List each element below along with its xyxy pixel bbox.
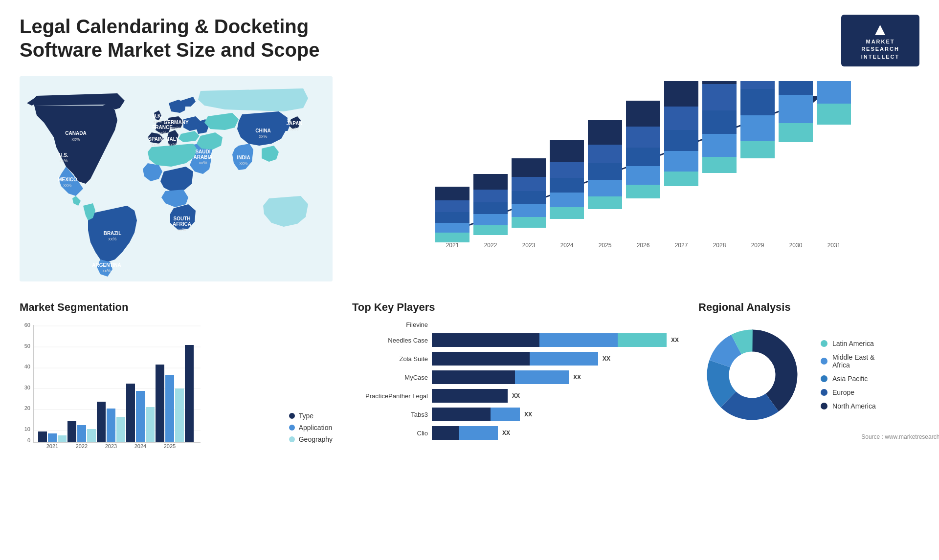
reg-legend-asia-pacific: Asia Pacific xyxy=(821,375,876,383)
svg-text:2026: 2026 xyxy=(637,242,650,249)
reg-legend-middle-east: Middle East &Africa xyxy=(821,353,876,369)
svg-rect-132 xyxy=(77,425,86,442)
bar-seg-dark xyxy=(432,408,491,421)
svg-text:INDIA: INDIA xyxy=(237,155,250,160)
svg-rect-50 xyxy=(512,217,546,228)
svg-text:2028: 2028 xyxy=(713,242,726,249)
svg-rect-85 xyxy=(702,157,737,173)
svg-rect-73 xyxy=(626,148,660,166)
svg-rect-79 xyxy=(664,151,698,172)
svg-rect-100 xyxy=(779,95,813,123)
player-row-mycase: MyCase XX xyxy=(352,370,679,384)
svg-rect-75 xyxy=(626,101,660,127)
svg-text:0: 0 xyxy=(27,437,30,443)
svg-rect-92 xyxy=(740,141,775,158)
player-bar-zola-segments xyxy=(432,352,598,366)
player-bar-mycase-segments xyxy=(432,370,569,384)
reg-legend-latin-america: Latin America xyxy=(821,340,876,347)
bar-seg-dark xyxy=(432,352,530,366)
chart-section: XX 2021 XX xyxy=(342,76,919,281)
svg-text:2031: 2031 xyxy=(827,242,841,249)
svg-text:20: 20 xyxy=(24,405,30,411)
svg-rect-81 xyxy=(664,107,698,130)
svg-text:U.S.: U.S. xyxy=(59,152,68,158)
svg-text:2024: 2024 xyxy=(560,242,574,249)
player-row-tabs3: Tabs3 XX xyxy=(352,408,679,421)
main-grid: CANADA xx% U.S. xx% MEXICO xx% BRAZIL xx… xyxy=(20,76,919,291)
svg-rect-71 xyxy=(626,185,660,198)
svg-text:40: 40 xyxy=(24,364,30,369)
svg-text:10: 10 xyxy=(24,426,30,432)
reg-legend-europe: Europe xyxy=(821,388,876,396)
svg-rect-145 xyxy=(175,388,184,442)
svg-text:xx%: xx% xyxy=(168,142,176,147)
svg-rect-99 xyxy=(779,123,813,142)
svg-text:2030: 2030 xyxy=(789,242,803,249)
svg-rect-40 xyxy=(435,187,470,200)
bar-seg-dark xyxy=(432,370,515,384)
players-title: Top Key Players xyxy=(352,301,679,314)
svg-rect-52 xyxy=(512,191,546,204)
svg-rect-47 xyxy=(473,174,508,190)
svg-rect-82 xyxy=(664,81,698,107)
map-container: CANADA xx% U.S. xx% MEXICO xx% BRAZIL xx… xyxy=(20,76,333,281)
svg-rect-72 xyxy=(626,166,660,185)
svg-rect-136 xyxy=(107,409,115,442)
svg-text:30: 30 xyxy=(24,385,30,390)
svg-text:ARGENTINA: ARGENTINA xyxy=(92,262,121,268)
svg-text:SAUDI: SAUDI xyxy=(195,149,210,154)
svg-rect-44 xyxy=(473,214,508,225)
svg-text:xx%: xx% xyxy=(178,227,186,232)
svg-rect-36 xyxy=(435,233,470,242)
player-row-filevine: Filevine xyxy=(352,321,679,328)
svg-text:SPAIN: SPAIN xyxy=(148,136,163,142)
legend-label-geography: Geography xyxy=(299,435,333,443)
player-name-zola: Zola Suite xyxy=(352,355,428,363)
bar-seg-mid xyxy=(530,352,598,366)
svg-text:MEXICO: MEXICO xyxy=(58,177,77,182)
svg-text:xx%: xx% xyxy=(59,158,67,163)
player-value-zola: XX xyxy=(603,355,610,362)
legend-dot-geography xyxy=(289,436,295,442)
svg-rect-68 xyxy=(588,120,622,145)
player-value-clio: XX xyxy=(502,430,510,436)
svg-text:xx%: xx% xyxy=(290,127,298,131)
svg-text:xx%: xx% xyxy=(71,137,80,142)
regional-title: Regional Analysis xyxy=(698,301,939,314)
player-bar-needles-segments xyxy=(432,333,667,347)
svg-rect-128 xyxy=(48,433,57,442)
svg-rect-66 xyxy=(588,163,622,180)
svg-rect-58 xyxy=(550,193,584,207)
svg-rect-59 xyxy=(550,178,584,193)
svg-text:xx%: xx% xyxy=(108,237,116,241)
reg-label-europe: Europe xyxy=(832,388,854,396)
svg-text:ARABIA: ARABIA xyxy=(194,154,213,160)
world-map-svg: CANADA xx% U.S. xx% MEXICO xx% BRAZIL xx… xyxy=(20,76,333,281)
player-name-needles: Needles Case xyxy=(352,337,428,344)
bar-seg-dark xyxy=(432,426,459,440)
seg-chart-svg: 60 50 40 30 20 10 0 xyxy=(20,321,205,448)
reg-dot-asia-pacific xyxy=(821,375,827,382)
svg-text:2023: 2023 xyxy=(522,242,536,249)
svg-point-154 xyxy=(732,354,773,395)
logo-line1: MARKET xyxy=(866,38,894,45)
bar-seg-dark xyxy=(432,389,508,403)
player-bar-mycase: XX xyxy=(432,370,679,384)
svg-rect-135 xyxy=(97,402,106,442)
player-value-needles: XX xyxy=(671,337,679,344)
svg-text:BRAZIL: BRAZIL xyxy=(104,231,122,236)
svg-rect-137 xyxy=(116,417,125,442)
svg-text:AFRICA: AFRICA xyxy=(173,221,191,227)
svg-rect-94 xyxy=(740,89,775,115)
svg-text:2027: 2027 xyxy=(675,242,688,249)
player-name-filevine: Filevine xyxy=(352,321,428,328)
bar-seg-light xyxy=(618,333,667,347)
svg-rect-67 xyxy=(588,145,622,163)
svg-text:CANADA: CANADA xyxy=(65,130,86,136)
svg-rect-127 xyxy=(38,431,47,442)
svg-rect-60 xyxy=(550,162,584,178)
svg-text:2025: 2025 xyxy=(599,242,612,249)
svg-rect-65 xyxy=(588,180,622,196)
svg-text:JAPAN: JAPAN xyxy=(286,121,302,126)
bar-chart-container: XX 2021 XX xyxy=(352,81,910,277)
